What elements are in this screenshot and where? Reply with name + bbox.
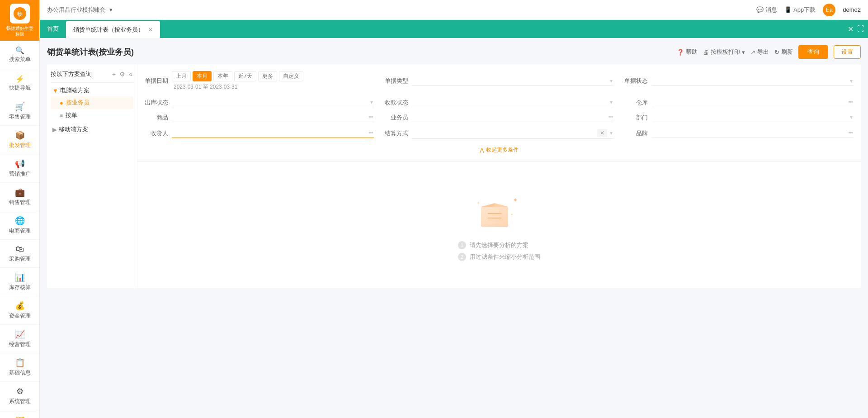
export-button[interactable]: ↗ 导出 [750, 48, 769, 56]
filter-row-4: 收货人 ••• 结算方式 [145, 128, 854, 139]
collapse-button[interactable]: ⋀ 收起更多条件 [145, 144, 854, 156]
app-download-button[interactable]: 📱 App下载 [784, 6, 816, 14]
receiver-content[interactable]: ••• [172, 128, 374, 138]
settings-button[interactable]: 设置 [834, 45, 861, 59]
topbar-title: 办公用品行业模拟账套 [47, 6, 106, 14]
settlement-clear-tag[interactable]: ✕ [597, 129, 607, 137]
query-button[interactable]: 查询 [798, 45, 828, 59]
user-avatar[interactable]: Ea [823, 4, 835, 16]
date-buttons-row: 上月 本月 本年 近7天 更多 自定义 [172, 71, 303, 81]
tab-close-window-button[interactable]: ✕ [848, 25, 854, 33]
message-icon: 💬 [756, 6, 764, 13]
quick-nav-button[interactable]: ⚡ 快捷导航 [5, 73, 34, 94]
outbound-chevron-icon: ▾ [369, 99, 374, 105]
tabbar: 首页 销货单统计表（按业务员） ✕ ✕ ⛶ [40, 20, 868, 38]
help-button[interactable]: ❓ 帮助 [677, 48, 698, 56]
purchase-icon: 🛍 [16, 244, 24, 254]
sidebar-item-wholesale[interactable]: 📦 批发管理 [0, 126, 39, 154]
tab-maximize-button[interactable]: ⛶ [857, 25, 864, 33]
message-button[interactable]: 💬 消息 [756, 6, 777, 14]
sidebar-item-purchase[interactable]: 🛍 采购管理 [0, 240, 39, 268]
main-area: 办公用品行业模拟账套 ▾ 💬 消息 📱 App下载 Ea demo2 首页 [40, 0, 868, 418]
date-btn-this-month[interactable]: 本月 [193, 71, 212, 81]
tab-sales-stat[interactable]: 销货单统计表（按业务员） ✕ [66, 21, 160, 39]
empty-state: ✦ ✦ ✦ 1 请先选择要分析的方案 2 [137, 162, 861, 288]
payment-content[interactable]: ▾ [412, 98, 614, 107]
print-icon: 🖨 [703, 49, 709, 56]
sidebar-item-sales[interactable]: 💼 销售管理 [0, 183, 39, 211]
department-content[interactable]: ▾ [651, 113, 854, 122]
warehouse-content[interactable]: ••• [651, 98, 854, 107]
date-btn-custom[interactable]: 自定义 [279, 71, 303, 81]
sidebar-logo[interactable]: 畅 畅捷通好生意 标版 [0, 0, 39, 41]
scheme-item-by-order[interactable]: ≡ 按单 [51, 109, 133, 122]
goods-content[interactable]: ••• [172, 113, 374, 122]
enterprise-icon: 🤝 [15, 415, 25, 418]
operation-icon: 📈 [15, 329, 25, 339]
stock-label: 库存核算 [9, 284, 31, 291]
tab-sales-stat-label: 销货单统计表（按业务员） [73, 26, 144, 34]
date-btn-this-year[interactable]: 本年 [213, 71, 232, 81]
outbound-filter-cell: 出库状态 ▾ [145, 98, 374, 107]
scheme-add-button[interactable]: + [111, 70, 117, 79]
topbar: 办公用品行业模拟账套 ▾ 💬 消息 📱 App下载 Ea demo2 [40, 0, 868, 20]
tab-close-icon[interactable]: ✕ [148, 27, 153, 33]
sidebar-item-marketing[interactable]: 📢 营销推广 [0, 154, 39, 183]
date-btn-last7[interactable]: 近7天 [234, 71, 256, 81]
scheme-group-pc-header[interactable]: ▼ 电脑端方案 [51, 85, 133, 96]
outbound-content[interactable]: ▾ [172, 98, 374, 107]
refresh-button[interactable]: ↻ 刷新 [774, 48, 793, 56]
scheme-item-by-salesman[interactable]: ● 按业务员 [51, 96, 133, 109]
topbar-dropdown-button[interactable]: ▾ [109, 6, 113, 13]
export-label: 导出 [757, 48, 769, 56]
marketing-label: 营销推广 [9, 170, 31, 178]
sidebar-item-stock[interactable]: 📊 库存核算 [0, 268, 39, 296]
base-icon: 📋 [15, 358, 25, 368]
doc-type-content[interactable]: ▾ [412, 76, 614, 86]
scheme-collapse-button[interactable]: « [128, 70, 133, 79]
sidebar-item-enterprise[interactable]: 🤝 企业协同 [0, 410, 39, 418]
filter-row-1: 单据日期 上月 本月 本年 近7天 更多 自定义 [145, 70, 854, 92]
stock-icon: 📊 [15, 272, 25, 282]
sidebar-item-ecommerce[interactable]: 🌐 电商管理 [0, 211, 39, 240]
sidebar: 畅 畅捷通好生意 标版 🔍 搜索菜单 ⚡ 快捷导航 🛒 零售管理 📦 批发管理 … [0, 0, 40, 418]
brand-content[interactable]: ••• [651, 128, 854, 138]
topbar-left: 办公用品行业模拟账套 ▾ [47, 6, 113, 14]
brand-label: 品牌 [624, 129, 648, 138]
sidebar-item-base[interactable]: 📋 基础信息 [0, 353, 39, 382]
quick-nav-section: ⚡ 快捷导航 [0, 69, 39, 97]
wholesale-label: 批发管理 [9, 142, 31, 149]
sidebar-item-system[interactable]: ⚙ 系统管理 [0, 382, 39, 410]
doc-status-content[interactable]: ▾ [651, 76, 854, 86]
tab-home[interactable]: 首页 [40, 20, 66, 38]
print-button[interactable]: 🖨 按模板打印 ▾ [703, 48, 745, 56]
svg-text:✦: ✦ [476, 200, 480, 205]
payment-label: 收款状态 [385, 99, 408, 107]
tab-home-label: 首页 [47, 25, 59, 33]
date-btn-last-month[interactable]: 上月 [172, 71, 191, 81]
scheme-group-mobile-header[interactable]: ▶ 移动端方案 [51, 124, 133, 135]
sidebar-item-retail[interactable]: 🛒 零售管理 [0, 97, 39, 126]
date-btn-more[interactable]: 更多 [258, 71, 277, 81]
triangle-right-icon: ▶ [52, 126, 57, 133]
system-label: 系统管理 [9, 398, 31, 405]
receiver-filter-cell: 收货人 ••• [145, 128, 374, 139]
logo-icon: 畅 [10, 4, 30, 24]
collapse-chevron-icon: ⋀ [480, 147, 484, 153]
help-icon: ❓ [677, 49, 684, 56]
empty-num-2: 2 [458, 253, 466, 261]
print-label: 按模板打印 [711, 48, 740, 56]
outbound-label: 出库状态 [145, 99, 168, 107]
ecommerce-label: 电商管理 [9, 227, 31, 235]
settlement-close-icon[interactable]: ✕ [600, 130, 604, 136]
payment-chevron-icon: ▾ [609, 99, 613, 105]
search-menu-button[interactable]: 🔍 搜索菜单 [5, 44, 34, 65]
sidebar-item-finance[interactable]: 💰 资金管理 [0, 296, 39, 325]
salesman-content[interactable]: ••• [412, 113, 614, 122]
empty-num-1: 1 [458, 241, 466, 249]
salesman-dots-icon: ••• [608, 114, 614, 120]
scheme-settings-icon[interactable]: ⚙ [118, 70, 126, 79]
sidebar-item-operation[interactable]: 📈 经营管理 [0, 325, 39, 353]
warehouse-label: 仓库 [624, 99, 648, 107]
payment-filter-cell: 收款状态 ▾ [385, 98, 614, 107]
